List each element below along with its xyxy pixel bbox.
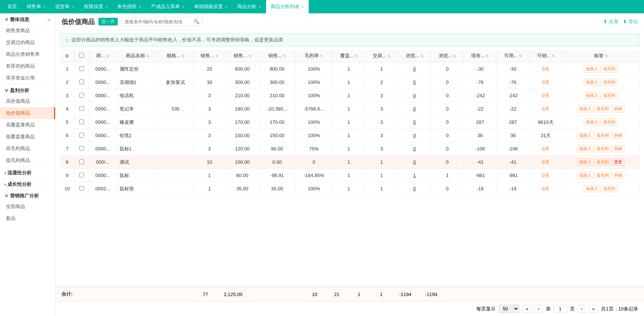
sidebar-item-category-sales[interactable]: 商品分类销售率 bbox=[0, 48, 55, 60]
close-icon[interactable]: × bbox=[225, 4, 227, 9]
col-gear[interactable]: ⚙ bbox=[60, 50, 74, 62]
sidebar-group-circulation[interactable]: › 流通性分析 bbox=[0, 166, 55, 178]
sidebar-item-all-goods[interactable]: 全部商品 bbox=[0, 201, 55, 213]
sidebar-item-traded-goods[interactable]: 交易过的商品 bbox=[0, 37, 55, 48]
row-checkbox[interactable] bbox=[74, 62, 88, 76]
col-current[interactable]: 现有...⇅ bbox=[464, 50, 497, 62]
col-sales1[interactable]: 销售...⇅ bbox=[193, 50, 226, 62]
close-icon[interactable]: × bbox=[182, 4, 184, 9]
browse-link[interactable]: 0 bbox=[413, 79, 416, 85]
row-checkbox[interactable] bbox=[74, 129, 88, 142]
col-available[interactable]: 可用...⇅ bbox=[497, 50, 530, 62]
row-select-checkbox[interactable] bbox=[79, 93, 84, 98]
nav-template[interactable]: 单据模板设置 × bbox=[189, 0, 232, 13]
page-number-input[interactable] bbox=[554, 305, 567, 313]
row-checkbox[interactable] bbox=[74, 89, 88, 102]
sidebar-item-low-coverage[interactable]: 低覆盖量商品 bbox=[0, 131, 55, 143]
nav-roles[interactable]: 角色授权 × bbox=[113, 0, 145, 13]
row-browse1[interactable]: 0 bbox=[398, 182, 431, 196]
row-browse1[interactable]: 1 bbox=[398, 169, 431, 182]
close-icon[interactable]: × bbox=[302, 4, 304, 9]
col-sellable[interactable]: 可销...⇅ bbox=[529, 50, 562, 62]
col-cover[interactable]: 覆盖...⇅ bbox=[332, 50, 365, 62]
nav-purchase[interactable]: 进货单 × bbox=[51, 0, 78, 13]
browse-link[interactable]: 0 bbox=[413, 93, 416, 98]
select-all-checkbox[interactable] bbox=[79, 53, 84, 58]
row-select-checkbox[interactable] bbox=[79, 79, 84, 84]
search-icon[interactable]: 🔍 bbox=[194, 19, 199, 24]
row-select-checkbox[interactable] bbox=[79, 133, 84, 137]
row-select-checkbox[interactable] bbox=[79, 106, 84, 111]
browse-link[interactable]: 0 bbox=[413, 186, 416, 191]
col-sales3[interactable]: 销售...⇅ bbox=[259, 50, 295, 62]
sidebar-item-low-margin[interactable]: 低毛利商品 bbox=[0, 154, 55, 166]
nav-product-analysis-list[interactable]: 商品分析列表 × bbox=[266, 0, 308, 13]
browse-link[interactable]: 1 bbox=[413, 173, 416, 178]
search-box[interactable]: 🔍 bbox=[121, 17, 203, 26]
row-browse1[interactable]: 0 bbox=[398, 116, 431, 129]
close-icon[interactable]: × bbox=[105, 4, 108, 9]
sidebar-item-stock-goods[interactable]: 有库存的商品 bbox=[0, 60, 55, 72]
col-tags[interactable]: 标签⇅ bbox=[562, 50, 640, 62]
row-checkbox[interactable] bbox=[74, 169, 88, 182]
sidebar-item-low-value[interactable]: 低价值商品 bbox=[0, 107, 55, 119]
close-icon[interactable]: × bbox=[259, 4, 261, 9]
col-sales2[interactable]: 销售...⇅ bbox=[226, 50, 259, 62]
share-button[interactable]: ⬆ 分享 bbox=[603, 18, 618, 25]
col-name[interactable]: 商品名称⇅ bbox=[117, 50, 158, 62]
close-icon[interactable]: × bbox=[43, 4, 46, 9]
nav-product-analysis[interactable]: 商品分析 × bbox=[233, 0, 265, 13]
last-page-button[interactable]: » bbox=[589, 305, 598, 313]
row-browse1[interactable]: 0 bbox=[398, 102, 431, 116]
browse-link[interactable]: 0 bbox=[413, 133, 416, 138]
sidebar-item-sales-goods[interactable]: 销售类商品 bbox=[0, 25, 55, 37]
row-browse1[interactable]: 0 bbox=[398, 62, 431, 76]
row-checkbox[interactable] bbox=[74, 76, 88, 89]
row-checkbox[interactable] bbox=[74, 156, 88, 169]
sidebar-item-high-value[interactable]: 高价值商品 bbox=[0, 95, 55, 107]
col-checkbox[interactable] bbox=[74, 50, 88, 62]
row-select-checkbox[interactable] bbox=[79, 186, 84, 191]
sidebar-group-growth[interactable]: › 成长性分析 bbox=[0, 178, 55, 189]
col-margin[interactable]: 毛利率⇅ bbox=[295, 50, 332, 62]
export-button[interactable]: ⬇ 导出 bbox=[623, 18, 638, 25]
row-browse1[interactable]: 0 bbox=[398, 89, 431, 102]
row-browse1[interactable]: 0 bbox=[398, 129, 431, 142]
prev-page-button[interactable]: ‹ bbox=[534, 305, 543, 313]
row-select-checkbox[interactable] bbox=[79, 173, 84, 177]
nav-production[interactable]: 产成品入库单 × bbox=[147, 0, 189, 13]
row-checkbox[interactable] bbox=[74, 142, 88, 156]
row-checkbox[interactable] bbox=[74, 116, 88, 129]
col-code[interactable]: 商...⇅ bbox=[88, 50, 117, 62]
row-select-checkbox[interactable] bbox=[79, 159, 84, 164]
row-select-checkbox[interactable] bbox=[79, 66, 84, 71]
close-icon[interactable]: × bbox=[72, 4, 74, 9]
col-trade[interactable]: 交易...⇅ bbox=[365, 50, 398, 62]
browse-link[interactable]: 0 bbox=[413, 119, 416, 125]
col-browse1[interactable]: 浏览...⇅ bbox=[398, 50, 431, 62]
browse-link[interactable]: 0 bbox=[413, 146, 416, 152]
row-browse1[interactable]: 0 bbox=[398, 156, 431, 169]
browse-link[interactable]: 0 bbox=[413, 66, 416, 72]
nav-home[interactable]: 首页 bbox=[3, 0, 21, 13]
sidebar-item-stock-fund[interactable]: 库存资金占用 bbox=[0, 72, 55, 84]
row-browse1[interactable]: 0 bbox=[398, 142, 431, 156]
sidebar-item-high-coverage[interactable]: 高覆盖量商品 bbox=[0, 119, 55, 131]
sidebar-item-high-margin[interactable]: 高毛利商品 bbox=[0, 143, 55, 154]
sidebar-item-new-goods[interactable]: 新品 bbox=[0, 213, 55, 224]
row-browse1[interactable]: 0 bbox=[398, 76, 431, 89]
first-page-button[interactable]: « bbox=[522, 305, 531, 313]
row-checkbox[interactable] bbox=[74, 102, 88, 116]
per-page-select[interactable]: 50 100 200 bbox=[499, 305, 519, 313]
col-browse2[interactable]: 浏览...⇅ bbox=[431, 50, 464, 62]
nav-permissions[interactable]: 权限设置 × bbox=[80, 0, 112, 13]
browse-link[interactable]: 0 bbox=[413, 106, 416, 112]
close-icon[interactable]: × bbox=[139, 4, 141, 9]
next-page-button[interactable]: › bbox=[578, 305, 586, 313]
col-spec[interactable]: 规格...⇅ bbox=[158, 50, 193, 62]
browse-link[interactable]: 0 bbox=[413, 159, 416, 165]
search-input[interactable] bbox=[125, 19, 192, 24]
row-select-checkbox[interactable] bbox=[79, 146, 84, 151]
nav-sales[interactable]: 销售单 × bbox=[22, 0, 50, 13]
row-checkbox[interactable] bbox=[74, 182, 88, 196]
